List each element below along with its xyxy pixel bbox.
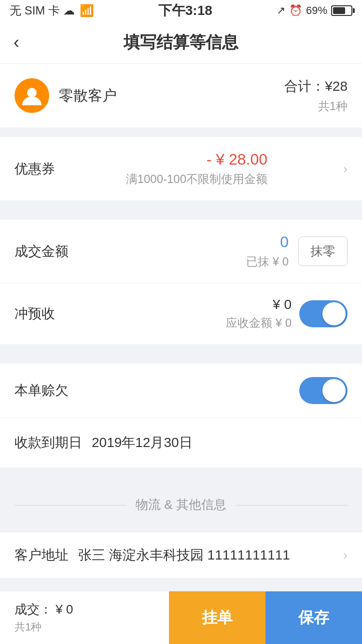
transaction-row: 成交金额 0 已抹 ¥ 0 抹零 bbox=[0, 220, 362, 283]
toggle-knob bbox=[322, 302, 346, 325]
bottom-bar: 成交： ¥ 0 共1种 挂单 保存 bbox=[0, 591, 362, 644]
coupon-sub: 满1000-100不限制使用金额 bbox=[126, 171, 267, 187]
address-row[interactable]: 客户地址 张三 海淀永丰科技园 11111111111 › bbox=[0, 532, 362, 578]
hang-button[interactable]: 挂单 bbox=[169, 591, 265, 644]
customer-name: 零散客户 bbox=[59, 86, 117, 106]
svg-point-0 bbox=[27, 88, 37, 98]
battery-percent: 69% bbox=[306, 4, 327, 17]
divider-gray bbox=[0, 210, 362, 220]
battery-fill bbox=[333, 7, 345, 14]
address-section: 客户地址 张三 海淀永丰科技园 11111111111 › bbox=[0, 532, 362, 578]
status-left: 无 SIM 卡 ☁ 📶 bbox=[10, 3, 94, 18]
transaction-right: 0 已抹 ¥ 0 抹零 bbox=[246, 233, 348, 269]
transaction-sub: 已抹 ¥ 0 bbox=[246, 254, 289, 269]
bottom-transaction-label: 成交： bbox=[14, 602, 52, 616]
transaction-amount-col: 0 已抹 ¥ 0 bbox=[246, 233, 289, 269]
round-zero-button[interactable]: 抹零 bbox=[298, 237, 348, 266]
location-icon: ↗ bbox=[277, 4, 285, 17]
bottom-count: 共1种 bbox=[14, 620, 154, 634]
divider-gray-3 bbox=[0, 477, 362, 487]
wifi-icon: 📶 bbox=[80, 4, 94, 17]
due-date-row: 收款到期日 2019年12月30日 bbox=[0, 418, 362, 467]
coupon-section: 优惠券 - ¥ 28.00 满1000-100不限制使用金额 › bbox=[0, 137, 362, 200]
status-time: 下午3:18 bbox=[158, 1, 212, 20]
bottom-transaction-value: ¥ 0 bbox=[56, 602, 73, 616]
customer-left: 零散客户 bbox=[14, 78, 117, 113]
transaction-section: 成交金额 0 已抹 ¥ 0 抹零 冲预收 ¥ 0 应收金额 ¥ 0 bbox=[0, 220, 362, 344]
save-button[interactable]: 保存 bbox=[265, 591, 362, 644]
logistics-divider: 物流 & 其他信息 bbox=[0, 487, 362, 523]
debt-toggle[interactable] bbox=[299, 377, 348, 404]
page-title: 填写结算等信息 bbox=[124, 31, 238, 54]
customer-count: 共1种 bbox=[284, 98, 348, 114]
customer-section: 零散客户 合计：¥28 共1种 bbox=[0, 64, 362, 127]
advance-amount-col: ¥ 0 应收金额 ¥ 0 bbox=[226, 297, 292, 331]
debt-toggle-knob bbox=[322, 379, 346, 402]
advance-row: 冲预收 ¥ 0 应收金额 ¥ 0 bbox=[0, 283, 362, 344]
status-bar: 无 SIM 卡 ☁ 📶 下午3:18 ↗ ⏰ 69% bbox=[0, 0, 362, 21]
customer-right: 合计：¥28 共1种 bbox=[284, 77, 348, 114]
coupon-right: - ¥ 28.00 满1000-100不限制使用金额 bbox=[126, 151, 267, 187]
divider-gray-2 bbox=[0, 354, 362, 364]
avatar bbox=[14, 78, 49, 113]
debt-row: 本单赊欠 bbox=[0, 364, 362, 418]
logistics-label: 物流 & 其他信息 bbox=[126, 496, 236, 513]
advance-right: ¥ 0 应收金额 ¥ 0 bbox=[226, 297, 348, 331]
advance-label: 冲预收 bbox=[14, 305, 55, 323]
status-right: ↗ ⏰ 69% bbox=[277, 4, 352, 17]
divider-gray-4 bbox=[0, 523, 362, 532]
advance-value: ¥ 0 bbox=[273, 297, 292, 312]
advance-toggle[interactable] bbox=[299, 300, 348, 327]
due-date-value: 2019年12月30日 bbox=[92, 434, 193, 452]
content: 零散客户 合计：¥28 共1种 优惠券 - ¥ 28.00 满1000-100不… bbox=[0, 64, 362, 644]
debt-label: 本单赊欠 bbox=[14, 381, 69, 400]
battery-icon bbox=[331, 5, 352, 16]
coupon-value: - ¥ 28.00 bbox=[207, 151, 267, 168]
address-chevron: › bbox=[343, 547, 348, 563]
bottom-transaction: 成交： ¥ 0 bbox=[14, 601, 154, 618]
customer-total: 合计：¥28 bbox=[284, 77, 348, 96]
nav-bar: ‹ 填写结算等信息 bbox=[0, 21, 362, 64]
due-date-label: 收款到期日 bbox=[14, 434, 82, 452]
sim-text: 无 SIM 卡 ☁ bbox=[10, 3, 75, 18]
address-value: 张三 海淀永丰科技园 11111111111 bbox=[78, 546, 338, 564]
debt-section: 本单赊欠 收款到期日 2019年12月30日 bbox=[0, 364, 362, 467]
coupon-label: 优惠券 bbox=[14, 160, 55, 178]
bottom-summary: 成交： ¥ 0 共1种 bbox=[0, 601, 169, 634]
back-button[interactable]: ‹ bbox=[14, 32, 19, 53]
advance-sub: 应收金额 ¥ 0 bbox=[226, 315, 292, 331]
coupon-row[interactable]: 优惠券 - ¥ 28.00 满1000-100不限制使用金额 › bbox=[0, 137, 362, 200]
transaction-label: 成交金额 bbox=[14, 242, 69, 261]
coupon-chevron: › bbox=[343, 161, 348, 177]
address-label: 客户地址 bbox=[14, 546, 69, 564]
transaction-value: 0 bbox=[280, 233, 289, 251]
alarm-icon: ⏰ bbox=[289, 4, 302, 17]
